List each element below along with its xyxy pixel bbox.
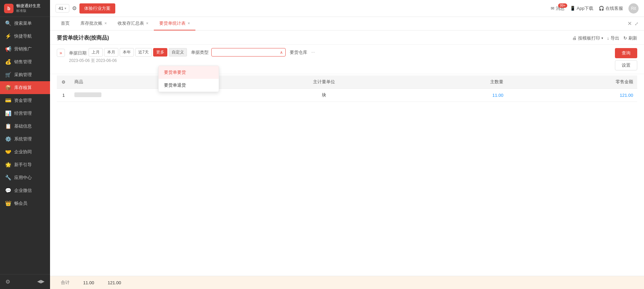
quicknav-icon: ⚡ bbox=[5, 33, 11, 39]
cell-seq: 1 bbox=[57, 89, 70, 102]
sidebar-item-marketing[interactable]: 📢 营销推广 bbox=[0, 43, 50, 55]
export-btn[interactable]: ↓ 导出 bbox=[607, 35, 620, 41]
tab-home[interactable]: 首页 bbox=[55, 17, 75, 30]
main-area: 41 ▾ ⚙ 体验行业方案 ✉ 消息 99+ 📱 App下载 🎧 在线客服 Ri… bbox=[50, 0, 644, 289]
footer-label: 合计 bbox=[61, 280, 70, 286]
sidebar-item-sales[interactable]: 💰 销售管理 bbox=[0, 55, 50, 68]
newbie-icon: 🌟 bbox=[5, 162, 11, 168]
filter-actions: 查询 设置 bbox=[615, 48, 637, 70]
tab-receivable-summary[interactable]: 收发存汇总表 × bbox=[112, 17, 154, 30]
setting-btn[interactable]: 设置 bbox=[615, 60, 637, 70]
col-qty: 主数量 bbox=[400, 75, 507, 89]
topbar-settings-icon[interactable]: ⚙ bbox=[72, 5, 77, 12]
trial-btn[interactable]: 体验行业方案 bbox=[79, 3, 115, 14]
topbar: 41 ▾ ⚙ 体验行业方案 ✉ 消息 99+ 📱 App下载 🎧 在线客服 Ri… bbox=[50, 0, 644, 17]
col-settings[interactable]: ⚙ bbox=[57, 75, 70, 89]
date-btn-more[interactable]: 更多 bbox=[153, 48, 167, 57]
collab-icon: 🤝 bbox=[5, 149, 11, 155]
date-btn-custom[interactable]: 自定义 bbox=[169, 48, 187, 57]
type-dropdown: 要货单要货 要货单退货 bbox=[158, 66, 219, 92]
logo-sub: 标准版 bbox=[16, 8, 41, 13]
online-service-btn[interactable]: 🎧 在线客服 bbox=[599, 5, 623, 12]
appstore-icon: 🔧 bbox=[5, 175, 11, 181]
dropdown-item-order-return[interactable]: 要货单退货 bbox=[159, 79, 219, 92]
sidebar-settings-btn[interactable]: ⚙ bbox=[5, 279, 10, 285]
finance-icon: 💳 bbox=[5, 97, 11, 104]
warehouse-filter-dots[interactable]: ··· bbox=[311, 49, 315, 54]
type-filter-input[interactable] bbox=[211, 48, 286, 57]
sidebar-item-purchase[interactable]: 🛒 采购管理 bbox=[0, 68, 50, 81]
type-filter-group: 单据类型 ∧ bbox=[191, 48, 286, 57]
sidebar-item-wechat[interactable]: 💬 企业微信 bbox=[0, 184, 50, 197]
filter-expand-btn[interactable]: » bbox=[57, 49, 65, 57]
cell-qty: 11.00 bbox=[400, 89, 507, 102]
message-icon: ✉ bbox=[551, 6, 554, 11]
sidebar-collapse-btn[interactable]: ◀▶ bbox=[37, 279, 45, 285]
sidebar-item-search[interactable]: 🔍 搜索菜单 bbox=[0, 17, 50, 30]
refresh-btn[interactable]: ↻ 刷新 bbox=[623, 35, 637, 41]
user-avatar[interactable]: Rit bbox=[628, 3, 639, 14]
date-filter-btns: 上月 本月 本年 近7天 更多 自定义 bbox=[89, 48, 187, 57]
tab-receivable-summary-close[interactable]: × bbox=[146, 21, 148, 26]
inventory-icon: 📦 bbox=[5, 85, 11, 91]
col-settings-icon[interactable]: ⚙ bbox=[62, 80, 66, 85]
date-range-display: 2023-05-06 至 2023-06-06 bbox=[69, 58, 187, 64]
store-selector[interactable]: 41 ▾ bbox=[55, 4, 69, 13]
system-icon: ⚙️ bbox=[5, 136, 11, 142]
messages-btn[interactable]: ✉ 消息 99+ bbox=[551, 5, 565, 12]
amount-link[interactable]: 121.00 bbox=[620, 93, 633, 98]
tab-order-stats[interactable]: 要货单统计表 × bbox=[154, 17, 195, 30]
date-btn-7days[interactable]: 近7天 bbox=[135, 48, 152, 57]
page-actions: 🖨 按模板打印 ▾ ↓ 导出 ↻ 刷新 bbox=[572, 35, 638, 41]
page-header: 要货单统计表(按商品) 🖨 按模板打印 ▾ ↓ 导出 ↻ 刷新 bbox=[50, 30, 644, 45]
print-template-btn[interactable]: 🖨 按模板打印 ▾ bbox=[572, 35, 603, 41]
date-btn-this-year[interactable]: 本年 bbox=[120, 48, 134, 57]
sidebar-item-inventory[interactable]: 📦 库存核算 bbox=[0, 81, 50, 94]
type-filter-label: 单据类型 bbox=[191, 49, 209, 55]
tab-inventory-batch[interactable]: 库存批次账 × bbox=[75, 17, 112, 30]
qty-link[interactable]: 11.00 bbox=[493, 93, 504, 98]
sidebar-item-system[interactable]: ⚙️ 系统管理 bbox=[0, 133, 50, 146]
dropdown-item-order-goods[interactable]: 要货单要货 bbox=[159, 66, 219, 79]
sidebar-item-finance[interactable]: 💳 资金管理 bbox=[0, 94, 50, 107]
refresh-icon: ↻ bbox=[623, 36, 627, 41]
wechat-icon: 💬 bbox=[5, 187, 11, 194]
sidebar-menu: 🔍 搜索菜单 ⚡ 快捷导航 📢 营销推广 💰 销售管理 🛒 采购管理 📦 库存核… bbox=[0, 17, 50, 274]
query-btn[interactable]: 查询 bbox=[615, 48, 637, 58]
date-btn-this-month[interactable]: 本月 bbox=[104, 48, 118, 57]
sidebar-item-collab[interactable]: 🤝 企业协同 bbox=[0, 146, 50, 158]
topbar-left: 41 ▾ ⚙ 体验行业方案 bbox=[55, 3, 547, 14]
export-icon: ↓ bbox=[607, 36, 610, 41]
footer-qty: 11.00 bbox=[83, 280, 94, 285]
store-chevron-icon: ▾ bbox=[65, 6, 66, 10]
print-chevron-icon: ▾ bbox=[601, 36, 603, 40]
tab-inventory-batch-close[interactable]: × bbox=[104, 21, 107, 26]
tabbar: 首页 库存批次账 × 收发存汇总表 × 要货单统计表 × ✕ ⤢ bbox=[50, 17, 644, 30]
date-btn-last-month[interactable]: 上月 bbox=[89, 48, 103, 57]
headset-icon: 🎧 bbox=[599, 6, 604, 11]
footer-amount: 121.00 bbox=[108, 280, 121, 285]
print-icon: 🖨 bbox=[572, 36, 577, 41]
sidebar-item-baseinfo[interactable]: 📋 基础信息 bbox=[0, 120, 50, 133]
tab-order-stats-close[interactable]: × bbox=[188, 21, 190, 26]
tabbar-actions: ✕ ⤢ bbox=[627, 20, 639, 27]
tabbar-expand-icon[interactable]: ⤢ bbox=[635, 21, 639, 26]
sidebar-item-appstore[interactable]: 🔧 应用中心 bbox=[0, 171, 50, 184]
topbar-right: ✉ 消息 99+ 📱 App下载 🎧 在线客服 Rit bbox=[551, 3, 639, 14]
sidebar-item-newbie[interactable]: 🌟 新手引导 bbox=[0, 158, 50, 171]
baseinfo-icon: 📋 bbox=[5, 123, 11, 129]
date-filter-group: 单据日期 上月 本月 本年 近7天 更多 自定义 bbox=[69, 48, 187, 57]
cell-amount: 121.00 bbox=[507, 89, 637, 102]
phone-icon: 📱 bbox=[570, 6, 575, 11]
app-download-btn[interactable]: 📱 App下载 bbox=[570, 5, 593, 12]
sidebar-item-quicknav[interactable]: ⚡ 快捷导航 bbox=[0, 30, 50, 43]
type-filter-chevron-icon[interactable]: ∧ bbox=[280, 50, 283, 55]
sidebar-item-operations[interactable]: 📊 经营管理 bbox=[0, 107, 50, 120]
store-name: 41 bbox=[58, 6, 63, 11]
sidebar-item-member[interactable]: 👑 畅会员 bbox=[0, 197, 50, 210]
sidebar-bottom: ⚙ ◀▶ bbox=[0, 274, 50, 289]
table-row: 1 块 11.00 121.00 bbox=[57, 89, 637, 102]
content-area: 要货单统计表(按商品) 🖨 按模板打印 ▾ ↓ 导出 ↻ 刷新 » bbox=[50, 30, 644, 289]
member-icon: 👑 bbox=[5, 200, 11, 206]
tabbar-close-all-icon[interactable]: ✕ bbox=[627, 20, 632, 27]
